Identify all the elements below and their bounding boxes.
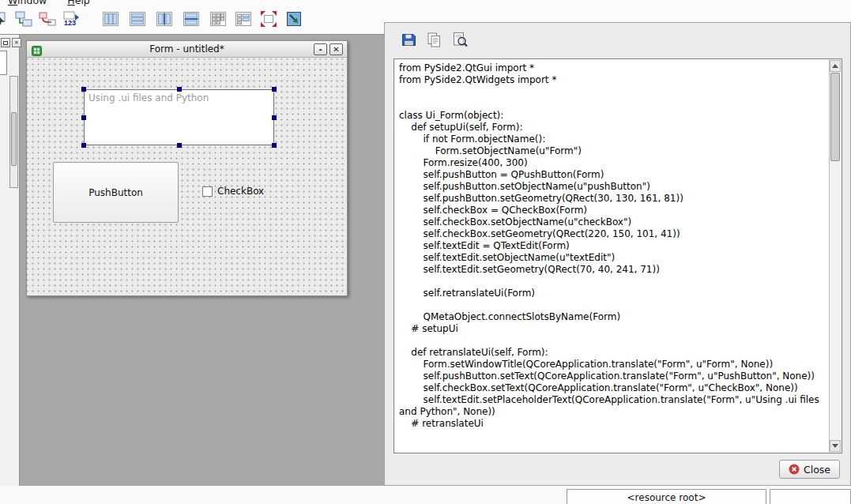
scroll-down-icon[interactable] — [830, 440, 841, 452]
find-preview-icon[interactable] — [450, 30, 469, 49]
lay-out-in-form-layout-icon[interactable] — [234, 9, 253, 28]
bottom-panels: <resource root> — [0, 486, 851, 504]
selection-handle[interactable] — [272, 115, 277, 120]
edit-buddies-icon[interactable] — [38, 9, 57, 28]
widgetbox-scrollbar[interactable] — [9, 76, 18, 188]
close-circle-icon — [789, 464, 800, 475]
code-view[interactable]: from PySide2.QtGui import * from PySide2… — [393, 58, 842, 453]
close-button[interactable]: Close — [779, 460, 840, 479]
code-preview-dialog: from PySide2.QtGui import * from PySide2… — [384, 22, 851, 486]
lay-out-horizontally-in-splitter-icon[interactable] — [155, 9, 174, 28]
edit-signals-slots-icon[interactable] — [14, 9, 33, 28]
break-layout-icon[interactable] — [259, 9, 278, 28]
selection-handle[interactable] — [177, 143, 182, 148]
selection-handle[interactable] — [81, 87, 86, 92]
selection-handle[interactable] — [81, 143, 86, 148]
scroll-up-icon[interactable] — [830, 60, 841, 72]
selection-handle[interactable] — [272, 143, 277, 148]
textedit-placeholder-text: Using .ui files and Python — [84, 89, 274, 145]
edit-tab-order-icon[interactable]: 123 — [62, 9, 81, 28]
close-button-label: Close — [804, 464, 830, 476]
lay-out-in-grid-icon[interactable] — [209, 9, 228, 28]
edit-widgets-icon[interactable] — [0, 9, 9, 28]
lay-out-vertically-icon[interactable] — [128, 9, 147, 28]
form-title: Form - untitled* — [27, 43, 347, 55]
dock-close-icon[interactable]: ✕ — [12, 38, 21, 47]
menu-window[interactable]: Window — [5, 0, 50, 6]
code-scrollbar[interactable] — [829, 60, 841, 452]
dock-float-button[interactable] — [1, 38, 10, 47]
generated-code[interactable]: from PySide2.QtGui import * from PySide2… — [395, 59, 828, 452]
code-scrollbar-thumb[interactable] — [830, 73, 840, 161]
resource-root-item[interactable]: <resource root> — [627, 492, 706, 503]
lay-out-vertically-in-splitter-icon[interactable] — [182, 9, 201, 28]
checkbox-label: CheckBox — [217, 186, 264, 197]
pushbutton-widget[interactable]: PushButton — [53, 162, 179, 223]
tab-order-digits: 123 — [64, 19, 76, 27]
lay-out-horizontally-icon[interactable] — [101, 9, 120, 28]
selection-handle[interactable] — [81, 115, 86, 120]
copy-icon[interactable] — [424, 30, 443, 49]
menubar: Window Help — [5, 0, 104, 6]
textedit-widget[interactable]: Using .ui files and Python — [84, 89, 274, 145]
widgetbox-filter-input[interactable] — [0, 51, 7, 75]
resource-browser[interactable]: <resource root> — [567, 489, 766, 504]
form-titlebar[interactable]: Form - untitled* - ✕ — [27, 41, 347, 58]
toolbar-separator — [92, 9, 93, 29]
qt-designer-window: Window Help — [0, 0, 851, 504]
designer-form-window[interactable]: Form - untitled* - ✕ Using .ui files and… — [26, 40, 348, 296]
adjust-size-icon[interactable] — [284, 9, 303, 28]
checkbox-widget[interactable]: CheckBox — [202, 186, 264, 197]
menu-help[interactable]: Help — [64, 0, 93, 6]
code-preview-toolbar — [385, 23, 850, 56]
checkbox-indicator[interactable] — [202, 186, 213, 197]
dock-panel-edge: ✕ — [0, 35, 20, 486]
save-icon[interactable] — [399, 30, 418, 49]
form-close-button[interactable]: ✕ — [329, 43, 343, 55]
mdi-area: ✕ Form - untitled* - ✕ — [0, 34, 384, 486]
form-minimize-button[interactable]: - — [314, 43, 327, 55]
selection-handle[interactable] — [272, 87, 277, 92]
form-canvas[interactable]: Using .ui files and Python PushButton Ch… — [27, 58, 347, 295]
resource-browser-right-pane — [770, 489, 851, 504]
float-icon — [3, 41, 8, 45]
selection-handle[interactable] — [177, 87, 182, 92]
main-toolbar: 123 — [0, 6, 379, 33]
widgetbox-scrollbar-thumb[interactable] — [11, 112, 17, 166]
